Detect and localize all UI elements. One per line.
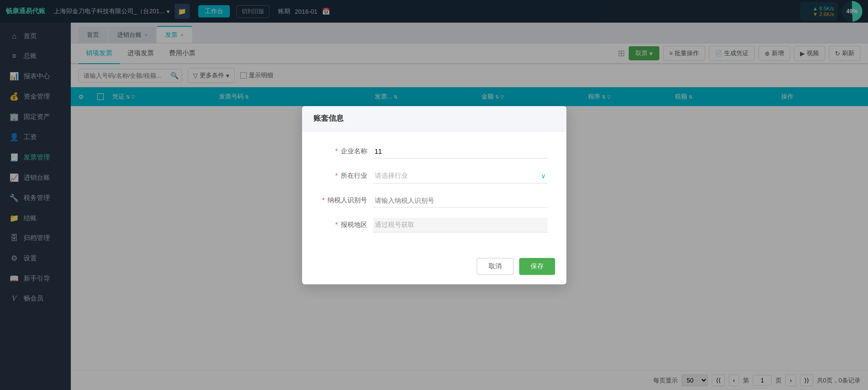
tax-region-placeholder: 通过税号获取 [375,221,414,228]
modal-overlay: 账套信息 * 企业名称 * 所在行业 请选择行业 ∨ [0,0,868,390]
company-name-required: * [335,147,337,155]
industry-select[interactable]: 请选择行业 ∨ [373,169,548,183]
dialog-footer: 取消 保存 [302,252,566,284]
industry-dropdown-icon[interactable]: ∨ [541,172,546,180]
tax-region-label: * 报税地区 [321,221,373,229]
tax-id-required: * [322,196,324,204]
form-row-tax-region: * 报税地区 通过税号获取 [321,218,548,232]
dialog-header: 账套信息 [302,106,566,132]
tax-region-display: 通过税号获取 [373,218,548,232]
company-name-label: * 企业名称 [321,147,373,156]
save-button[interactable]: 保存 [519,258,555,275]
tax-id-label: * 纳税人识别号 [321,196,373,205]
form-row-company: * 企业名称 [321,145,548,158]
industry-placeholder: 请选择行业 [375,172,541,180]
account-info-dialog: 账套信息 * 企业名称 * 所在行业 请选择行业 ∨ [302,106,566,284]
tax-id-input[interactable] [373,194,548,207]
form-row-industry: * 所在行业 请选择行业 ∨ [321,169,548,183]
industry-required: * [335,172,337,179]
industry-label: * 所在行业 [321,172,373,180]
dialog-title: 账套信息 [313,114,344,122]
form-row-tax-id: * 纳税人识别号 [321,194,548,207]
dialog-body: * 企业名称 * 所在行业 请选择行业 ∨ * [302,132,566,252]
tax-region-required: * [335,221,337,228]
cancel-button[interactable]: 取消 [477,258,514,275]
company-name-input[interactable] [373,145,548,158]
